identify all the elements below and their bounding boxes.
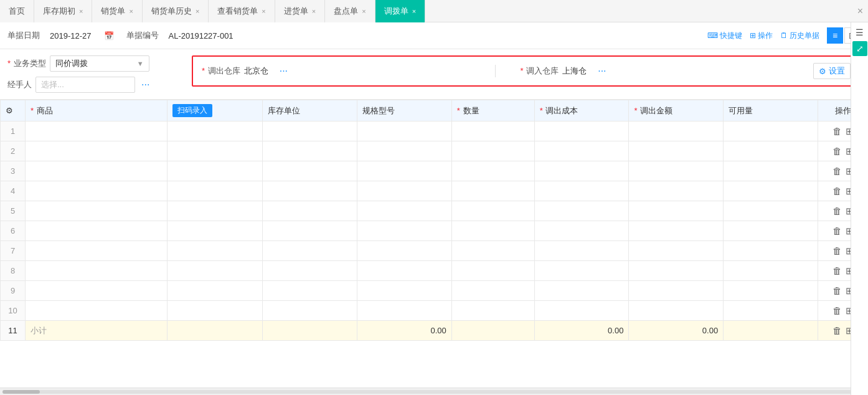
row-amount[interactable] bbox=[629, 281, 724, 301]
row-spec[interactable] bbox=[357, 221, 452, 241]
delete-row-icon[interactable]: 🗑 bbox=[833, 146, 842, 156]
row-amount[interactable] bbox=[629, 201, 724, 221]
row-qty[interactable] bbox=[451, 241, 534, 261]
row-qty[interactable] bbox=[451, 121, 534, 141]
row-amount[interactable] bbox=[629, 261, 724, 281]
row-unit[interactable] bbox=[263, 241, 357, 261]
tab-purchase[interactable]: 进货单 × bbox=[275, 0, 325, 22]
tab-inventory-count[interactable]: 盘点单 × bbox=[325, 0, 375, 22]
sidebar-expand-icon[interactable]: ⤢ bbox=[852, 41, 867, 56]
row-unit[interactable] bbox=[263, 161, 357, 181]
row-product[interactable] bbox=[26, 121, 167, 141]
row-spec[interactable] bbox=[357, 121, 452, 141]
row-product[interactable] bbox=[26, 241, 167, 261]
tab-sales-order-close[interactable]: × bbox=[129, 7, 133, 15]
row-product[interactable] bbox=[26, 301, 167, 321]
row-cost[interactable] bbox=[534, 221, 629, 241]
row-cost[interactable] bbox=[534, 261, 629, 281]
row-product[interactable] bbox=[26, 181, 167, 201]
transfer-in-more-btn[interactable]: ··· bbox=[595, 65, 608, 77]
row-amount[interactable] bbox=[629, 121, 724, 141]
row-amount[interactable] bbox=[629, 141, 724, 161]
delete-row-icon[interactable]: 🗑 bbox=[833, 285, 842, 296]
sidebar-list-icon[interactable]: ☰ bbox=[852, 25, 867, 40]
row-unit[interactable] bbox=[263, 221, 357, 241]
history-btn[interactable]: 🗒 历史单据 bbox=[780, 31, 819, 41]
row-qty[interactable] bbox=[451, 201, 534, 221]
row-amount[interactable] bbox=[629, 301, 724, 321]
row-unit[interactable] bbox=[263, 181, 357, 201]
row-amount[interactable] bbox=[629, 221, 724, 241]
row-spec[interactable] bbox=[357, 141, 452, 161]
row-unit[interactable] bbox=[263, 261, 357, 281]
row-cost[interactable] bbox=[534, 301, 629, 321]
handler-more-btn[interactable]: ··· bbox=[139, 79, 152, 90]
row-qty[interactable] bbox=[451, 261, 534, 281]
row-cost[interactable] bbox=[534, 141, 629, 161]
row-qty[interactable] bbox=[451, 181, 534, 201]
delete-row-icon[interactable]: 🗑 bbox=[833, 166, 842, 176]
row-qty[interactable] bbox=[451, 281, 534, 301]
list-view-btn[interactable]: ≡ bbox=[827, 27, 843, 44]
scan-entry-btn[interactable]: 扫码录入 bbox=[172, 104, 212, 117]
row-cost[interactable] bbox=[534, 201, 629, 221]
row-spec[interactable] bbox=[357, 301, 452, 321]
row-spec[interactable] bbox=[357, 181, 452, 201]
row-cost[interactable] bbox=[534, 121, 629, 141]
delete-row-icon[interactable]: 🗑 bbox=[833, 186, 842, 196]
tab-inventory-init-close[interactable]: × bbox=[79, 7, 83, 15]
row-spec[interactable] bbox=[357, 161, 452, 181]
row-spec[interactable] bbox=[357, 241, 452, 261]
tab-transfer-close[interactable]: × bbox=[412, 7, 416, 15]
row-product[interactable] bbox=[26, 221, 167, 241]
calendar-icon[interactable]: 📅 bbox=[104, 31, 114, 40]
row-unit[interactable] bbox=[263, 281, 357, 301]
tab-home[interactable]: 首页 bbox=[0, 0, 34, 22]
row-qty[interactable] bbox=[451, 301, 534, 321]
row-cost[interactable] bbox=[534, 161, 629, 181]
row-product[interactable] bbox=[26, 141, 167, 161]
th-gear[interactable]: ⚙ bbox=[1, 100, 26, 121]
transfer-out-more-btn[interactable]: ··· bbox=[277, 65, 290, 77]
row-product[interactable] bbox=[26, 201, 167, 221]
delete-icon[interactable]: 🗑 bbox=[833, 325, 842, 336]
delete-row-icon[interactable]: 🗑 bbox=[833, 126, 842, 136]
row-cost[interactable] bbox=[534, 181, 629, 201]
settings-button[interactable]: ⚙ 设置 bbox=[813, 63, 851, 79]
tab-inventory-init[interactable]: 库存期初 × bbox=[34, 0, 92, 22]
delete-row-icon[interactable]: 🗑 bbox=[833, 245, 842, 256]
row-amount[interactable] bbox=[629, 181, 724, 201]
tab-inventory-count-close[interactable]: × bbox=[362, 7, 366, 15]
delete-row-icon[interactable]: 🗑 bbox=[833, 206, 842, 216]
horizontal-scrollbar[interactable] bbox=[0, 388, 868, 395]
tab-transfer[interactable]: 调拨单 × bbox=[375, 0, 425, 22]
delete-row-icon[interactable]: 🗑 bbox=[833, 305, 842, 316]
tab-sales-history-close[interactable]: × bbox=[196, 7, 199, 15]
tab-view-sales-close[interactable]: × bbox=[262, 7, 265, 15]
row-product[interactable] bbox=[26, 161, 167, 181]
row-cost[interactable] bbox=[534, 281, 629, 301]
delete-row-icon[interactable]: 🗑 bbox=[833, 265, 842, 276]
tab-sales-order[interactable]: 销货单 × bbox=[92, 0, 142, 22]
business-type-select[interactable]: 同价调拨 ▼ bbox=[50, 55, 149, 72]
row-amount[interactable] bbox=[629, 161, 724, 181]
row-spec[interactable] bbox=[357, 201, 452, 221]
tab-sales-history[interactable]: 销货单历史 × bbox=[143, 0, 209, 22]
row-spec[interactable] bbox=[357, 261, 452, 281]
row-unit[interactable] bbox=[263, 201, 357, 221]
row-spec[interactable] bbox=[357, 281, 452, 301]
row-unit[interactable] bbox=[263, 301, 357, 321]
row-product[interactable] bbox=[26, 261, 167, 281]
row-qty[interactable] bbox=[451, 161, 534, 181]
row-unit[interactable] bbox=[263, 121, 357, 141]
row-unit[interactable] bbox=[263, 141, 357, 161]
shortcuts-btn[interactable]: ⌨ 快捷键 bbox=[707, 31, 742, 41]
row-cost[interactable] bbox=[534, 241, 629, 261]
operations-btn[interactable]: ⊞ 操作 bbox=[750, 31, 773, 41]
row-qty[interactable] bbox=[451, 221, 534, 241]
close-all-tabs[interactable]: × bbox=[857, 6, 863, 17]
handler-select[interactable]: 选择... bbox=[35, 77, 135, 93]
tab-purchase-close[interactable]: × bbox=[312, 7, 316, 15]
row-product[interactable] bbox=[26, 281, 167, 301]
row-amount[interactable] bbox=[629, 241, 724, 261]
